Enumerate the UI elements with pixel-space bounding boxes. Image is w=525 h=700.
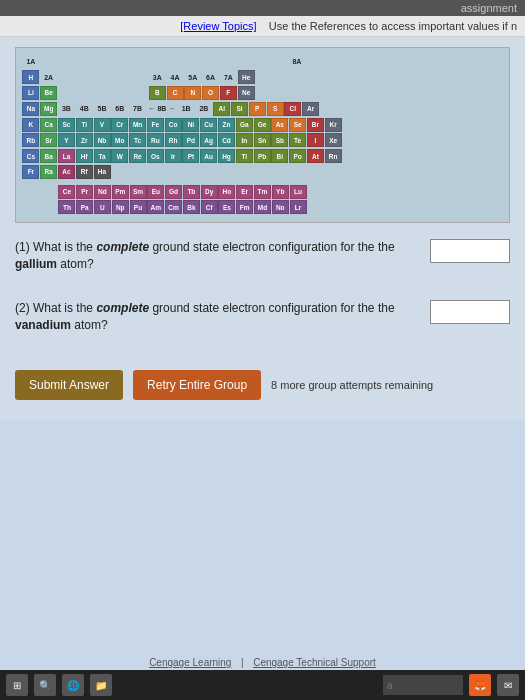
element-As: As [271,118,288,132]
element-Mn: Mn [129,118,146,132]
element-Bk: Bk [183,200,200,214]
element-Ce: Ce [58,185,75,199]
button-row: Submit Answer Retry Entire Group 8 more … [15,360,510,410]
element-Nb: Nb [94,133,111,147]
element-Hg: Hg [218,149,235,163]
element-Ac: Ac [58,165,75,179]
element-Ni: Ni [182,118,199,132]
pt-grid: 1A 8A H 2A 3A 4A 5A 6A 7A He Li Be [22,54,503,215]
element-C: C [167,86,184,100]
element-Y: Y [58,133,75,147]
element-Te: Te [289,133,306,147]
main-content: 1A 8A H 2A 3A 4A 5A 6A 7A He Li Be [0,37,525,420]
element-Ti: Ti [76,118,93,132]
submit-button[interactable]: Submit Answer [15,370,123,400]
taskbar-firefox-icon[interactable]: 🦊 [469,674,491,696]
element-Zn: Zn [218,118,235,132]
element-Pb: Pb [254,149,271,163]
element-Pm: Pm [112,185,129,199]
element-Ga: Ga [236,118,253,132]
element-Al: Al [213,102,230,116]
element-Tl: Tl [236,149,253,163]
element-Cl: Cl [284,102,301,116]
element-Na: Na [22,102,39,116]
element-Gd: Gd [165,185,182,199]
element-Ne: Ne [238,86,255,100]
cengage-link[interactable]: Cengage Learning [149,657,231,668]
element-Cf: Cf [201,200,218,214]
element-Hf: Hf [76,149,93,163]
element-H: H [22,70,39,84]
element-Sr: Sr [40,133,57,147]
footer: Cengage Learning | Cengage Technical Sup… [0,657,525,668]
element-Li: Li [22,86,39,100]
element-Mg: Mg [40,102,57,116]
element-F: F [220,86,237,100]
taskbar-search-input[interactable] [383,675,463,695]
element-Sc: Sc [58,118,75,132]
element-Cr: Cr [111,118,128,132]
element-K: K [22,118,39,132]
element-Be: Be [40,86,57,100]
technical-support-link[interactable]: Cengage Technical Support [253,657,376,668]
element-Th: Th [58,200,75,214]
periodic-table: 1A 8A H 2A 3A 4A 5A 6A 7A He Li Be [15,47,510,223]
element-Am: Am [147,200,164,214]
question-1: (1) What is the complete ground state el… [15,235,510,283]
element-Pd: Pd [182,133,199,147]
element-Rn: Rn [325,149,342,163]
element-No: No [272,200,289,214]
element-Sn: Sn [254,133,271,147]
element-Pr: Pr [76,185,93,199]
element-Zr: Zr [76,133,93,147]
element-Lr: Lr [290,200,307,214]
element-Sb: Sb [271,133,288,147]
element-Ra: Ra [40,165,57,179]
element-La: La [58,149,75,163]
taskbar-folder-icon[interactable]: 📁 [90,674,112,696]
element-Mo: Mo [111,133,128,147]
element-Fr: Fr [22,165,39,179]
element-Re: Re [129,149,146,163]
taskbar-search-icon[interactable]: 🔍 [34,674,56,696]
element-Tm: Tm [254,185,271,199]
top-bar-text: assignment [461,2,517,14]
element-Pt: Pt [182,149,199,163]
element-N: N [184,86,201,100]
element-Nd: Nd [94,185,111,199]
taskbar-mail-icon[interactable]: ✉ [497,674,519,696]
element-Si: Si [231,102,248,116]
element-Fm: Fm [236,200,253,214]
element-Ir: Ir [165,149,182,163]
top-bar: assignment [0,0,525,16]
answer-input-1[interactable] [430,239,510,263]
element-S: S [267,102,284,116]
element-Co: Co [165,118,182,132]
taskbar-windows-icon[interactable]: ⊞ [6,674,28,696]
element-Yb: Yb [272,185,289,199]
element-Kr: Kr [325,118,342,132]
element-Ge: Ge [254,118,271,132]
answer-input-2[interactable] [430,300,510,324]
element-Rh: Rh [165,133,182,147]
element-Cm: Cm [165,200,182,214]
element-Np: Np [112,200,129,214]
element-Tc: Tc [129,133,146,147]
element-Fe: Fe [147,118,164,132]
retry-button[interactable]: Retry Entire Group [133,370,261,400]
element-Cd: Cd [218,133,235,147]
element-Ba: Ba [40,149,57,163]
element-Cs: Cs [22,149,39,163]
element-U: U [94,200,111,214]
element-Dy: Dy [201,185,218,199]
element-P: P [249,102,266,116]
element-Ta: Ta [94,149,111,163]
element-Ru: Ru [147,133,164,147]
element-Tb: Tb [183,185,200,199]
review-topics-link[interactable]: [Review Topics] [180,20,256,32]
taskbar-browser-icon[interactable]: 🌐 [62,674,84,696]
ref-text: Use the References to access important v… [269,20,517,32]
element-Bi: Bi [271,149,288,163]
element-Lu: Lu [290,185,307,199]
attempts-text: 8 more group attempts remaining [271,379,433,391]
